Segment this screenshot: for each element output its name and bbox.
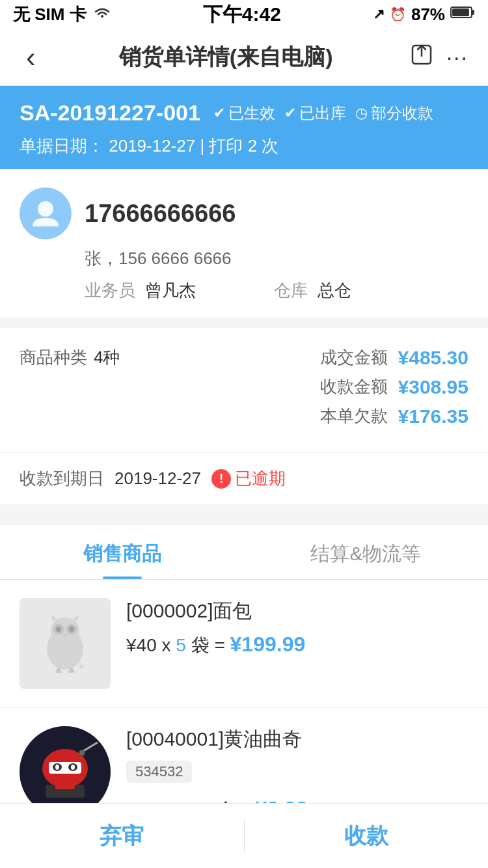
status-right: ↗ ⏰ 87% (373, 5, 475, 25)
location-icon: ↗ (373, 6, 385, 23)
product-info-1: [0000002]面包 ¥40 x 5 袋 = ¥199.99 (126, 598, 468, 658)
product-thumb-1: + (20, 598, 111, 689)
overdue-icon: ! (211, 469, 231, 489)
carrier-text: 无 SIM 卡 (13, 3, 87, 26)
check-icon1: ✔ (213, 105, 225, 122)
customer-info: 张，156 6666 6666 (85, 247, 468, 270)
page-title: 销货单详情(来自电脑) (119, 42, 333, 72)
cancel-audit-button[interactable]: 弃审 (0, 808, 244, 864)
customer-phone: 17666666666 (85, 200, 236, 228)
header-banner: SA-20191227-001 ✔ 已生效 ✔ 已出库 ◷ 部分收款 单据日期：… (0, 86, 488, 169)
received-row: 收款金额 ¥308.95 (320, 375, 468, 398)
nav-actions: ··· (410, 43, 468, 71)
customer-section: 17666666666 张，156 6666 6666 业务员 曾凡杰 仓库 总… (0, 169, 488, 318)
battery-icon (450, 5, 475, 23)
svg-point-31 (71, 765, 75, 770)
debt-value: ¥176.35 (398, 405, 468, 427)
price-1: ¥40 (126, 635, 157, 655)
debt-label: 本单欠款 (320, 405, 388, 427)
warehouse-value: 总仓 (318, 280, 351, 300)
qty-1: 5 (176, 635, 186, 655)
product-price-row-1: ¥40 x 5 袋 = ¥199.99 (126, 632, 468, 658)
due-date-value: 2019-12-27 (115, 468, 201, 489)
order-id: SA-20191227-001 (20, 100, 200, 126)
stats-right: 成交金额 ¥485.30 收款金额 ¥308.95 本单欠款 ¥176.35 (320, 346, 468, 434)
svg-point-30 (55, 765, 59, 770)
wifi-icon (93, 5, 111, 25)
product-sku-2: 534532 (126, 761, 192, 783)
svg-point-9 (56, 627, 61, 632)
svg-rect-27 (79, 750, 85, 755)
status-tags: ✔ 已生效 ✔ 已出库 ◷ 部分收款 (213, 103, 433, 124)
deal-amount-label: 成交金额 (320, 346, 388, 369)
due-label: 收款到期日 (20, 467, 104, 490)
received-value: ¥308.95 (398, 376, 468, 398)
order-date: 2019-12-27 (109, 136, 195, 156)
check-icon2: ✔ (284, 105, 296, 122)
status-partial: ◷ 部分收款 (355, 103, 433, 124)
status-bar: 无 SIM 卡 下午4:42 ↗ ⏰ 87% (0, 0, 488, 29)
deal-amount-row: 成交金额 ¥485.30 (320, 346, 468, 369)
unit-1: 袋 (191, 635, 210, 655)
nav-bar: ‹ 销货单详情(来自电脑) ··· (0, 29, 488, 86)
divider1 (0, 318, 488, 328)
more-icon[interactable]: ··· (446, 44, 468, 70)
svg-rect-1 (472, 10, 474, 15)
alarm-icon: ⏰ (390, 7, 406, 22)
status-shipped: ✔ 已出库 (284, 103, 346, 124)
customer-row: 17666666666 (20, 187, 468, 239)
bottom-action-bar: 弃审 收款 (0, 803, 488, 868)
status-activated: ✔ 已生效 (213, 103, 275, 124)
banner-row1: SA-20191227-001 ✔ 已生效 ✔ 已出库 ◷ 部分收款 (20, 100, 468, 126)
tab-sales-products[interactable]: 销售商品 (0, 525, 244, 579)
due-section: 收款到期日 2019-12-27 ! 已逾期 (0, 452, 488, 504)
avatar-icon (20, 187, 72, 239)
clock-icon: ◷ (355, 105, 368, 122)
received-label: 收款金额 (320, 375, 388, 398)
svg-rect-25 (55, 781, 75, 789)
tabs-section: 销售商品 结算&物流等 (0, 525, 488, 580)
stats-section: 商品种类 4种 成交金额 ¥485.30 收款金额 ¥308.95 本单欠款 ¥… (0, 328, 488, 452)
svg-text:+: + (78, 660, 85, 673)
product-item: + [0000002]面包 ¥40 x 5 袋 = ¥199.99 (0, 580, 488, 708)
battery-text: 87% (411, 5, 445, 25)
sales-label: 业务员 (85, 280, 135, 300)
tab-settlement[interactable]: 结算&物流等 (244, 525, 488, 579)
svg-rect-2 (452, 8, 469, 16)
share-icon[interactable] (410, 43, 433, 71)
status-time: 下午4:42 (203, 1, 281, 28)
warehouse-field: 仓库 总仓 (274, 279, 351, 302)
warehouse-label: 仓库 (274, 280, 308, 300)
back-button[interactable]: ‹ (20, 34, 42, 80)
divider2 (0, 504, 488, 515)
debt-row: 本单欠款 ¥176.35 (320, 405, 468, 427)
product-name-1: [0000002]面包 (126, 598, 468, 625)
print-info: | 打印 2 次 (200, 136, 278, 156)
customer-meta: 业务员 曾凡杰 仓库 总仓 (85, 279, 468, 302)
stats-left: 商品种类 4种 (20, 346, 120, 373)
collect-payment-button[interactable]: 收款 (245, 808, 489, 864)
sales-person-field: 业务员 曾凡杰 (85, 279, 196, 302)
overdue-badge: ! 已逾期 (211, 467, 286, 490)
product-name-2: [00040001]黄油曲奇 (126, 726, 468, 753)
svg-point-4 (38, 201, 53, 217)
total-1: ¥199.99 (230, 632, 306, 656)
product-type-count: 4种 (94, 346, 120, 369)
product-list: + [0000002]面包 ¥40 x 5 袋 = ¥199.99 (0, 580, 488, 841)
deal-amount-value: ¥485.30 (398, 347, 468, 369)
product-type-row: 商品种类 4种 (20, 346, 120, 369)
avatar (20, 187, 72, 239)
sales-person-value: 曾凡杰 (145, 280, 196, 300)
product-type-label: 商品种类 (20, 346, 87, 369)
date-label: 单据日期： (20, 136, 104, 156)
svg-point-10 (69, 627, 74, 632)
banner-date-row: 单据日期： 2019-12-27 | 打印 2 次 (20, 135, 468, 157)
status-left: 无 SIM 卡 (13, 3, 111, 26)
overdue-text: 已逾期 (235, 467, 286, 490)
